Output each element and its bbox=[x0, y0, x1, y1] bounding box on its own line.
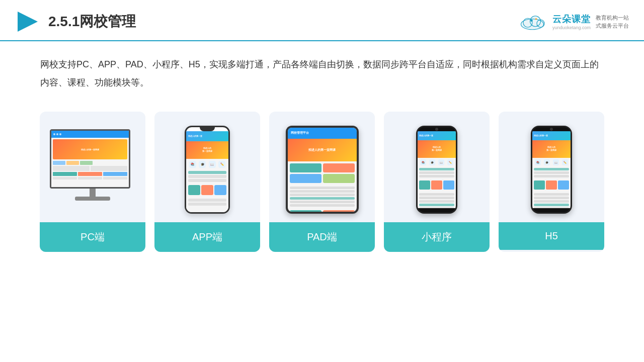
card-pc-image: 招进人的第一堂网课 bbox=[40, 112, 145, 222]
card-h5: 招进人的第一堂 招进人的第一堂网课 📚 🎓 📖 ✏️ bbox=[499, 112, 604, 252]
page-title: 2.5.1网校管理 bbox=[48, 12, 136, 31]
pc-monitor-mockup: 招进人的第一堂网课 bbox=[50, 129, 135, 210]
svg-point-9 bbox=[530, 20, 533, 22]
card-miniprogram-label: 小程序 bbox=[384, 222, 490, 252]
description-text: 网校支持PC、APP、PAD、小程序、H5，实现多端打通，产品各终端自由切换，数… bbox=[0, 41, 644, 97]
cards-container: 招进人的第一堂网课 bbox=[0, 97, 644, 252]
page-header: 2.5.1网校管理 云朵课堂 yunduoketang.com 教育机构一站 式… bbox=[0, 0, 644, 41]
card-pc: 招进人的第一堂网课 bbox=[40, 112, 145, 252]
app-phone-mockup: 招进人的第一堂 招进人的第一堂网课 📚 🎓 📖 ✏️ bbox=[185, 126, 230, 214]
card-pad: 网校管理平台 招进人的第一堂网课 bbox=[269, 112, 375, 252]
logo-name: 云朵课堂 bbox=[552, 13, 591, 25]
header-left: 2.5.1网校管理 bbox=[15, 9, 136, 34]
card-app-label: APP端 bbox=[154, 222, 260, 252]
logo-area: 云朵课堂 yunduoketang.com 教育机构一站 式服务云平台 bbox=[517, 12, 629, 32]
card-pad-image: 网校管理平台 招进人的第一堂网课 bbox=[269, 112, 375, 222]
card-miniprogram: 招进人的第一堂 招进人的第一堂网课 📚 🎓 📖 ✏️ bbox=[384, 112, 490, 252]
card-app: 招进人的第一堂 招进人的第一堂网课 📚 🎓 📖 ✏️ bbox=[154, 112, 260, 252]
logo-url: yunduoketang.com bbox=[552, 25, 591, 30]
miniprogram-phone-mockup: 招进人的第一堂 招进人的第一堂网课 📚 🎓 📖 ✏️ bbox=[416, 126, 457, 214]
card-pc-label: PC端 bbox=[40, 222, 145, 252]
logo-slogan: 教育机构一站 式服务云平台 bbox=[596, 14, 629, 30]
pad-mockup: 网校管理平台 招进人的第一堂网课 bbox=[286, 126, 359, 214]
card-app-image: 招进人的第一堂 招进人的第一堂网课 📚 🎓 📖 ✏️ bbox=[154, 112, 260, 222]
cloud-logo-icon bbox=[517, 12, 547, 32]
svg-point-10 bbox=[535, 18, 537, 20]
play-icon bbox=[15, 9, 40, 34]
card-h5-image: 招进人的第一堂 招进人的第一堂网课 📚 🎓 📖 ✏️ bbox=[499, 112, 604, 222]
card-miniprogram-image: 招进人的第一堂 招进人的第一堂网课 📚 🎓 📖 ✏️ bbox=[384, 112, 490, 222]
svg-marker-0 bbox=[18, 12, 38, 32]
logo-text-block: 云朵课堂 yunduoketang.com bbox=[552, 13, 591, 30]
card-h5-label: H5 bbox=[499, 222, 604, 250]
card-pad-label: PAD端 bbox=[269, 222, 375, 252]
h5-phone-mockup: 招进人的第一堂 招进人的第一堂网课 📚 🎓 📖 ✏️ bbox=[531, 126, 572, 214]
